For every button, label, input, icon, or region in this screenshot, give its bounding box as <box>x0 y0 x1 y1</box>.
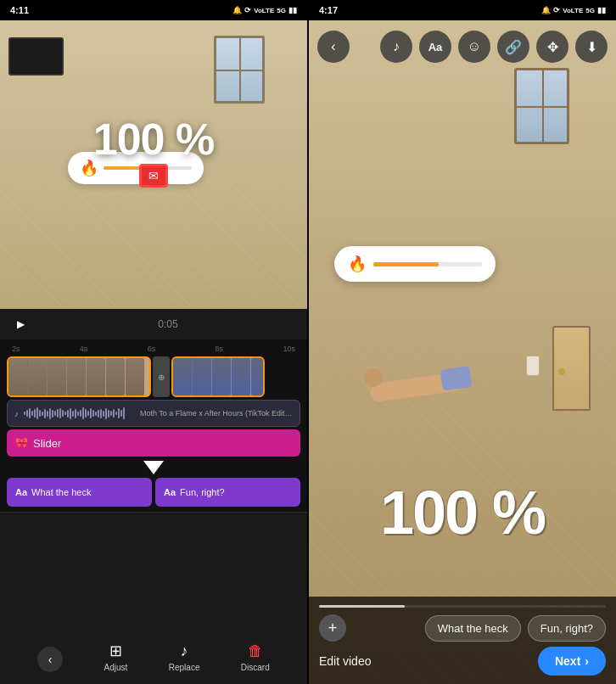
signal-icon-right: VoLTE <box>563 7 583 14</box>
discard-label: Discard <box>241 663 270 672</box>
wave-bar-34 <box>108 410 109 418</box>
alarm-icon-right: 🔔 <box>541 6 551 14</box>
rotate-icon: ⟳ <box>244 6 251 14</box>
status-icons-left: 🔔 ⟳ VoLTE 5G ▮▮ <box>232 6 297 14</box>
text-clip-what-the-heck[interactable]: Aa What the heck <box>7 478 152 507</box>
top-toolbar-right: ‹ ♪ Aa ☺ 🔗 ✥ ⬇ <box>309 24 616 70</box>
text-bubble-fun-right[interactable]: Fun, right? <box>528 615 606 642</box>
edit-next-row: Edit video Next › <box>319 647 606 676</box>
room-tv-left <box>8 37 64 76</box>
rotate-icon-right: ⟳ <box>553 6 560 14</box>
time-left: 4:11 <box>10 5 29 15</box>
discard-icon: 🗑 <box>248 642 263 660</box>
wave-bar-7 <box>39 410 41 417</box>
music-button[interactable]: ♪ <box>380 31 412 63</box>
slider-fill-right <box>373 262 439 266</box>
time-display: 0:05 <box>39 318 297 330</box>
wave-bar-2 <box>26 410 28 417</box>
clip2-label: Fun, right? <box>180 487 225 497</box>
download-button[interactable]: ⬇ <box>575 31 608 63</box>
room-window-right <box>514 68 569 144</box>
back-button-right[interactable]: ‹ <box>317 31 350 63</box>
wave-bar-26 <box>87 411 89 416</box>
replace-button[interactable]: ♪ Replace <box>169 642 200 672</box>
link-button[interactable]: 🔗 <box>497 31 529 63</box>
edit-video-button[interactable]: Edit video <box>319 651 371 671</box>
wave-bar-22 <box>77 412 79 416</box>
adjust-icon: ⊞ <box>109 642 122 660</box>
slider-emoji-right: 🔥 <box>348 255 367 273</box>
fiveg-icon: 5G <box>277 7 286 14</box>
right-panel: 4:17 🔔 ⟳ VoLTE 5G ▮▮ <box>309 0 616 684</box>
percent-text-left: 100 % <box>93 114 214 165</box>
emoji-button[interactable]: ☺ <box>458 31 490 63</box>
video-segment-left[interactable] <box>7 356 151 397</box>
strip-frame-r3 <box>212 358 231 395</box>
add-button[interactable]: + <box>319 614 346 642</box>
status-icons-right: 🔔 ⟳ VoLTE 5G ▮▮ <box>541 6 606 14</box>
wave-bar-35 <box>110 411 112 416</box>
timeline-strip-left <box>8 358 144 395</box>
text-button[interactable]: Aa <box>419 31 451 63</box>
text-clip-fun-right[interactable]: Aa Fun, right? <box>155 478 300 507</box>
replace-icon: ♪ <box>181 642 188 660</box>
fiveg-icon-right: 5G <box>585 7 595 14</box>
slider-track-row[interactable]: 🎀 Slider <box>7 429 300 457</box>
wave-bar-38 <box>118 408 120 418</box>
sticker-highlight[interactable]: ✉ <box>139 164 168 188</box>
wave-bar-39 <box>120 410 122 417</box>
room-door-right <box>552 326 591 411</box>
wave-bar-33 <box>105 408 107 419</box>
slider-track-right <box>373 262 482 266</box>
slider-row-icon: 🎀 <box>15 437 28 449</box>
wave-bar-19 <box>70 408 71 419</box>
wave-bar-12 <box>52 410 53 418</box>
arrow-down-container <box>0 459 307 476</box>
clip1-label: What the heck <box>31 487 91 497</box>
text-bubbles: What the heck Fun, right? <box>425 615 606 642</box>
strip-frame-r1 <box>173 358 192 395</box>
strip-frame-r2 <box>193 358 211 395</box>
strip-frame-r5 <box>251 358 265 395</box>
wave-bar-37 <box>115 412 117 415</box>
adjust-button[interactable]: ⊞ Adjust <box>104 642 128 672</box>
music-icon: ♪ <box>14 409 19 418</box>
play-button[interactable]: ▶ <box>10 314 31 334</box>
text-clips-row: Aa What the heck Aa Fun, right? <box>7 478 300 507</box>
timeline-track[interactable]: ⊕ <box>7 356 300 397</box>
next-button[interactable]: Next › <box>538 647 606 676</box>
wave-bar-27 <box>90 408 92 418</box>
bottom-actions: + What the heck Fun, right? <box>319 614 606 642</box>
audio-track[interactable]: ♪ <box>7 400 300 427</box>
strip-frame-7 <box>126 358 144 395</box>
wave-bar-13 <box>54 411 56 416</box>
person-exercise-right <box>370 378 463 396</box>
signal-icon: VoLTE <box>254 7 274 14</box>
wave-bar-8 <box>42 412 43 416</box>
move-button[interactable]: ✥ <box>536 31 568 63</box>
slider-sticker-right: 🔥 <box>334 246 496 282</box>
strip-frame-3 <box>48 358 66 395</box>
arrow-down-icon <box>143 461 164 474</box>
wave-bar-21 <box>75 409 76 418</box>
video-bg-left: 🔥 100 % ✉ <box>0 20 307 309</box>
wave-bar-10 <box>47 411 48 417</box>
back-button[interactable]: ‹ <box>37 647 63 672</box>
sticker-icon-inner: ✉ <box>148 169 159 182</box>
discard-button[interactable]: 🗑 Discard <box>241 642 270 672</box>
slider-row-label: Slider <box>33 437 61 450</box>
wave-bar-20 <box>72 411 74 417</box>
tick-8s: 8s <box>216 345 224 353</box>
wave-bar-6 <box>36 407 38 419</box>
next-arrow-icon: › <box>585 654 589 668</box>
tick-6s: 6s <box>148 345 156 353</box>
wave-bar-1 <box>24 412 25 415</box>
audio-waveform <box>24 406 135 420</box>
battery-icon-right: ▮▮ <box>597 6 606 14</box>
wave-bar-32 <box>103 411 104 417</box>
wave-bar-24 <box>82 407 84 419</box>
video-segment-right[interactable] <box>171 356 265 397</box>
video-bg-right: 🔥 100 % ‹ ♪ Aa ☺ 🔗 ✥ ⬇ <box>309 0 616 684</box>
wave-bar-40 <box>123 407 125 419</box>
text-bubble-what-the-heck[interactable]: What the heck <box>425 615 521 642</box>
